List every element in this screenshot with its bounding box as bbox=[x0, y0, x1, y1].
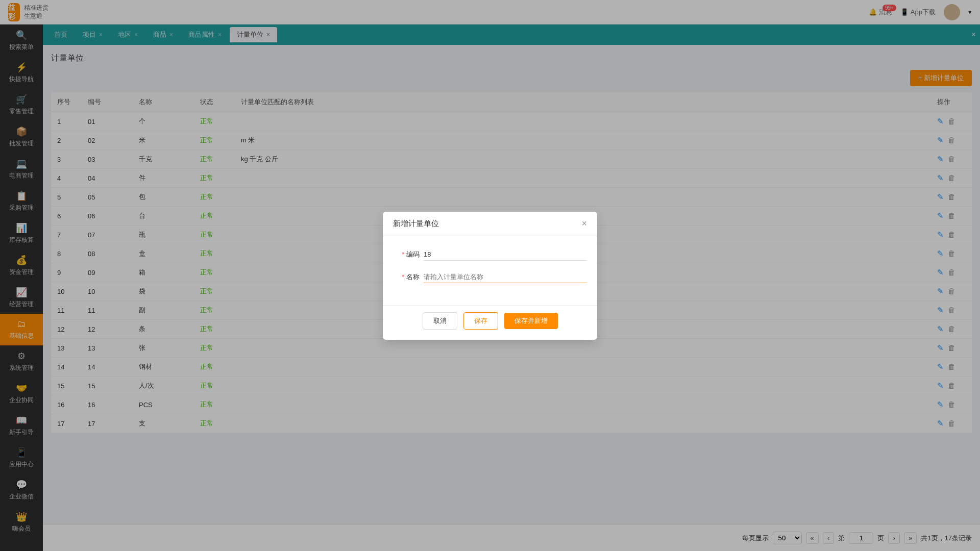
modal-footer: 取消 保存 保存并新增 bbox=[383, 306, 597, 340]
modal-overlay: 新增计量单位 × * 编码 * 名称 取消 保存 保存并新增 bbox=[0, 0, 980, 551]
code-input[interactable] bbox=[424, 248, 587, 261]
modal-body: * 编码 * 名称 bbox=[383, 236, 597, 306]
name-required-mark: * bbox=[402, 273, 404, 281]
save-new-button[interactable]: 保存并新增 bbox=[504, 313, 558, 329]
name-input[interactable] bbox=[424, 271, 587, 283]
modal-close-btn[interactable]: × bbox=[581, 219, 587, 228]
modal-title: 新增计量单位 bbox=[393, 219, 439, 229]
name-field-label: * 名称 bbox=[393, 272, 424, 282]
cancel-button[interactable]: 取消 bbox=[423, 312, 457, 330]
form-row-code: * 编码 bbox=[393, 248, 587, 261]
form-row-name: * 名称 bbox=[393, 271, 587, 283]
code-required-mark: * bbox=[402, 251, 404, 258]
add-unit-modal: 新增计量单位 × * 编码 * 名称 取消 保存 保存并新增 bbox=[383, 212, 597, 340]
save-button[interactable]: 保存 bbox=[463, 312, 498, 330]
modal-header: 新增计量单位 × bbox=[383, 212, 597, 236]
code-field-label: * 编码 bbox=[393, 250, 424, 259]
